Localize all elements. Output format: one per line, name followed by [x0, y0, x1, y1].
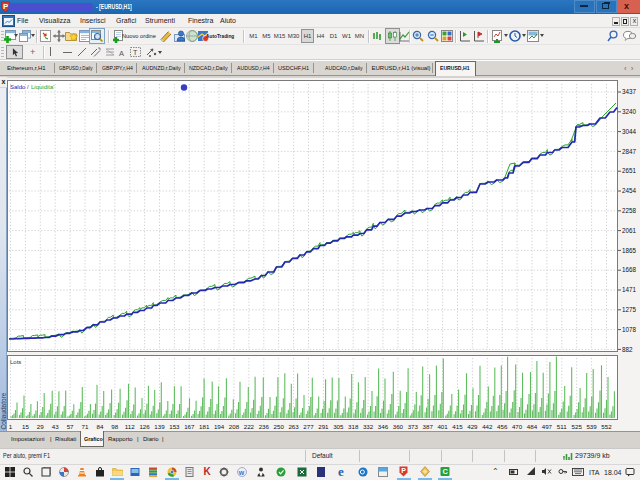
svg-text:2651: 2651: [622, 167, 637, 174]
svg-text:98: 98: [111, 423, 118, 430]
svg-text:263: 263: [288, 423, 299, 430]
svg-text:P: P: [401, 467, 406, 474]
svg-text:401: 401: [437, 423, 448, 430]
svg-text:2061: 2061: [622, 227, 637, 234]
svg-text:w: w: [238, 469, 245, 476]
svg-text:332: 332: [363, 423, 374, 430]
svg-text:1471: 1471: [622, 286, 637, 293]
svg-text:318: 318: [348, 423, 359, 430]
svg-text:3044: 3044: [622, 128, 637, 135]
svg-text:222: 222: [244, 423, 255, 430]
svg-text:497: 497: [542, 423, 553, 430]
svg-text:387: 387: [423, 423, 434, 430]
svg-text:277: 277: [303, 423, 314, 430]
svg-text:43: 43: [52, 423, 59, 430]
svg-text:Liquidita': Liquidita': [31, 84, 55, 90]
svg-text:552: 552: [601, 423, 612, 430]
svg-text:1: 1: [9, 423, 13, 430]
svg-text:84: 84: [96, 423, 103, 430]
svg-text:346: 346: [378, 423, 389, 430]
svg-text:236: 236: [259, 423, 270, 430]
svg-text:882: 882: [622, 346, 633, 353]
svg-text:470: 470: [512, 423, 523, 430]
svg-text:Saldo: Saldo: [10, 84, 26, 90]
svg-text:442: 442: [482, 423, 493, 430]
svg-text:511: 511: [557, 423, 567, 430]
svg-text:525: 525: [572, 423, 583, 430]
svg-text:3437: 3437: [622, 88, 637, 95]
svg-text:250: 250: [274, 423, 285, 430]
svg-text:29: 29: [37, 423, 44, 430]
svg-text:360: 360: [393, 423, 404, 430]
svg-text:2847: 2847: [622, 148, 637, 155]
svg-text:539: 539: [586, 423, 597, 430]
svg-text:1865: 1865: [622, 247, 637, 254]
svg-text:Lots: Lots: [10, 359, 21, 365]
svg-text:167: 167: [184, 423, 195, 430]
svg-text:2454: 2454: [622, 187, 637, 194]
svg-text:456: 456: [497, 423, 508, 430]
svg-text:139: 139: [154, 423, 165, 430]
svg-text:71: 71: [82, 423, 89, 430]
svg-text:208: 208: [229, 423, 240, 430]
svg-text:57: 57: [67, 423, 74, 430]
svg-text:305: 305: [333, 423, 344, 430]
svg-text:429: 429: [467, 423, 478, 430]
svg-text:126: 126: [139, 423, 150, 430]
svg-text:2258: 2258: [622, 207, 637, 214]
svg-text:373: 373: [408, 423, 419, 430]
svg-text:1078: 1078: [622, 326, 637, 333]
svg-text:484: 484: [527, 423, 538, 430]
svg-text:415: 415: [452, 423, 463, 430]
svg-text:112: 112: [125, 423, 135, 430]
svg-text:15: 15: [22, 423, 29, 430]
svg-text:181: 181: [199, 423, 210, 430]
svg-text:3240: 3240: [622, 108, 637, 115]
svg-text:153: 153: [169, 423, 180, 430]
svg-text:1668: 1668: [622, 266, 637, 273]
svg-text:1275: 1275: [622, 306, 637, 313]
svg-text:T: T: [133, 49, 138, 56]
svg-text:194: 194: [214, 423, 225, 430]
svg-text:C: C: [442, 467, 448, 476]
svg-text:291: 291: [318, 423, 329, 430]
